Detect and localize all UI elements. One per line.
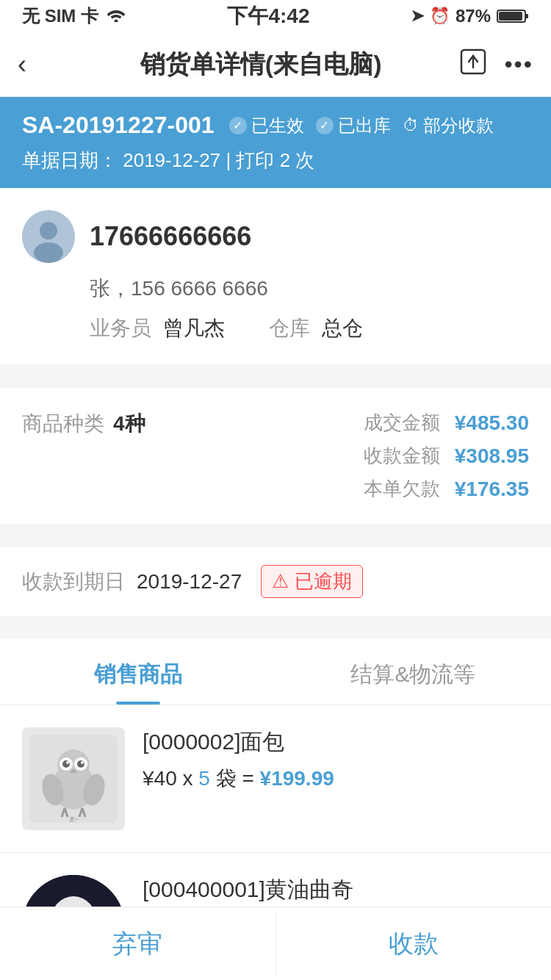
customer-top: 17666666666 [22,210,529,263]
svg-point-16 [66,761,69,764]
product-unit-1: 袋 [216,767,237,790]
tab-settlement-label: 结算&物流等 [350,662,475,686]
amount-row-total: 成交金额 ¥485.30 [364,410,529,436]
svg-point-8 [34,242,63,263]
svg-point-15 [77,760,84,768]
status-shipped: ✓ 已出库 [316,114,391,137]
payment-button[interactable]: 收款 [276,912,552,976]
product-item: 麦+ [0000002]面包 ¥40 x 5 袋 = ¥199.99 [0,705,551,853]
customer-section: 17666666666 张，156 6666 6666 业务员 曾凡杰 仓库 总… [0,188,551,364]
sales-person-label: 业务员 [90,314,151,342]
owed-label: 本单欠款 [364,476,440,502]
financial-top: 商品种类 4种 成交金额 ¥485.30 收款金额 ¥308.95 本单欠款 ¥… [22,410,529,502]
amount-value: ¥485.30 [455,411,529,435]
location-icon: ➤ [411,7,424,26]
overdue-icon: ⚠ [272,570,289,593]
received-value: ¥308.95 [455,444,529,468]
print-info: | 打印 2 次 [226,149,314,171]
clock-icon: ⏱ [403,116,419,135]
amount-label: 成交金额 [364,410,440,436]
wifi-icon [106,6,126,26]
order-id: SA-20191227-001 [22,112,215,139]
alarm-icon: ⏰ [430,7,450,26]
reject-button[interactable]: 弃审 [0,912,276,976]
tab-sales-products[interactable]: 销售商品 [0,639,276,705]
product-price-row-1: ¥40 x 5 袋 = ¥199.99 [143,765,529,793]
time-display: 下午4:42 [227,2,309,30]
customer-meta: 业务员 曾凡杰 仓库 总仓 [22,314,529,342]
overdue-badge: ⚠ 已逾期 [261,565,363,598]
tab-sales-label: 销售商品 [94,662,182,686]
share-button[interactable] [460,48,486,80]
status-tags: ✓ 已生效 ✓ 已出库 ⏱ 部分收款 [229,114,494,137]
product-name-2: [000400001]黄油曲奇 [143,875,529,905]
nav-bar: ‹ 销货单详情(来自电脑) ••• [0,32,551,97]
customer-id: 17666666666 [90,221,251,252]
nav-actions: ••• [460,48,533,80]
financial-amounts: 成交金额 ¥485.30 收款金额 ¥308.95 本单欠款 ¥176.35 [364,410,529,502]
battery-text: 87% [455,6,491,26]
product-price-1: ¥40 [143,767,177,790]
back-button[interactable]: ‹ [18,49,62,80]
status-right: ➤ ⏰ 87% [411,6,529,26]
status-shipped-text: 已出库 [338,114,391,137]
product-count-value: 4种 [113,410,145,438]
status-effective-text: 已生效 [251,114,304,137]
customer-avatar [22,210,75,263]
product-details-1: [0000002]面包 ¥40 x 5 袋 = ¥199.99 [143,727,529,793]
due-date: 2019-12-27 [137,570,242,594]
tab-settlement[interactable]: 结算&物流等 [276,639,551,705]
status-bar: 无 SIM 卡 下午4:42 ➤ ⏰ 87% [0,0,551,32]
check-icon-1: ✓ [229,117,247,134]
section-divider-3 [0,627,551,639]
warehouse-value: 总仓 [322,314,363,342]
warehouse-label: 仓库 [269,314,310,342]
battery-icon [497,8,529,24]
status-effective: ✓ 已生效 [229,114,304,137]
tabs-section: 销售商品 结算&物流等 [0,639,551,705]
order-date-row: 单据日期： 2019-12-27 | 打印 2 次 [22,148,529,173]
check-icon-2: ✓ [316,117,334,134]
amount-row-owed: 本单欠款 ¥176.35 [364,476,529,502]
product-count-label: 商品种类 [22,410,104,438]
page-title: 销货单详情(来自电脑) [140,48,382,82]
status-partial-payment: ⏱ 部分收款 [403,114,494,137]
section-divider-2 [0,536,551,547]
status-left: 无 SIM 卡 [22,4,126,28]
more-button[interactable]: ••• [504,51,533,78]
owed-value: ¥176.35 [455,478,529,501]
tabs-row: 销售商品 结算&物流等 [0,639,551,705]
carrier-text: 无 SIM 卡 [22,4,98,28]
amount-row-received: 收款金额 ¥308.95 [364,443,529,469]
product-image-1: 麦+ [22,727,125,830]
svg-text:麦+: 麦+ [69,816,79,823]
date-label: 单据日期： [22,149,118,171]
product-total-1: ¥199.99 [260,767,334,790]
svg-point-7 [40,222,57,239]
svg-point-0 [115,20,118,23]
financial-section: 商品种类 4种 成交金额 ¥485.30 收款金额 ¥308.95 本单欠款 ¥… [0,388,551,524]
product-count: 商品种类 4种 [22,410,145,438]
product-name-1: [0000002]面包 [143,727,529,757]
svg-point-17 [81,761,84,764]
svg-point-14 [62,760,70,768]
section-divider-1 [0,376,551,388]
order-date: 2019-12-27 [123,149,220,171]
payment-due-section: 收款到期日 2019-12-27 ⚠ 已逾期 [0,547,551,616]
overdue-text: 已逾期 [295,569,352,594]
due-label: 收款到期日 [22,568,125,596]
status-partial-text: 部分收款 [423,114,494,137]
customer-contact: 张，156 6666 6666 [22,275,529,303]
svg-rect-2 [525,14,528,18]
received-label: 收款金额 [364,443,440,469]
sales-person-value: 曾凡杰 [163,314,225,342]
svg-rect-3 [499,12,522,21]
order-header: SA-20191227-001 ✓ 已生效 ✓ 已出库 ⏱ 部分收款 单据日期：… [0,97,551,188]
product-qty-1: 5 [198,767,210,790]
bottom-bar: 弃审 收款 [0,907,551,980]
